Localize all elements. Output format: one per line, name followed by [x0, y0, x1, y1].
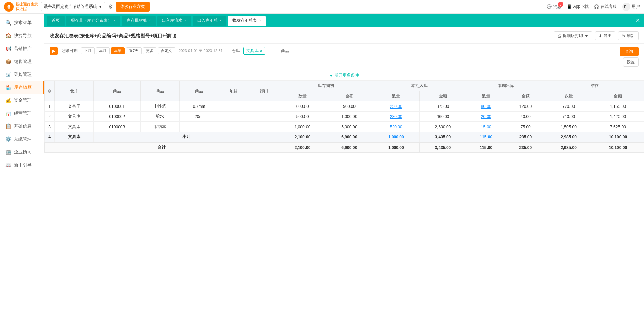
sidebar-item-marketing[interactable]: 📢 营销推广 — [0, 42, 44, 55]
product-more-button[interactable]: ... — [293, 49, 296, 53]
top-bar: 6 畅捷通好生意 标准版 装备及固定资产辅助管理系统 ▼ ⚙ 体验行业方案 💬 … — [0, 0, 644, 14]
total-in-amount: 3,435.00 — [419, 142, 466, 153]
row1-closing-amount: 1,155.00 — [592, 101, 644, 112]
row2-product-spec: 20ml — [179, 112, 219, 122]
tab-receipt-summary[interactable]: 收发存汇总表 × — [228, 16, 266, 26]
sidebar-item-search[interactable]: 🔍 搜索菜单 — [0, 16, 44, 29]
tab-inout-summary[interactable]: 出入库汇总 × — [193, 16, 227, 26]
date-btn-last-month[interactable]: 上月 — [81, 47, 95, 54]
sidebar-item-enterprise[interactable]: 🏢 企业协同 — [0, 146, 44, 159]
sidebar-item-purchase[interactable]: 🛒 采购管理 — [0, 68, 44, 81]
row3-out-qty[interactable]: 15.00 — [466, 122, 506, 132]
subtotal-label: 小计 — [94, 132, 279, 143]
sidebar-item-finance[interactable]: 💰 资金管理 — [0, 94, 44, 107]
row2-out-qty[interactable]: 20.00 — [466, 112, 506, 122]
search-icon: 🔍 — [5, 20, 11, 26]
operation-icon: 📊 — [5, 111, 11, 116]
tab-close-inout-flow[interactable]: × — [184, 19, 186, 22]
tab-close-receipt-summary[interactable]: × — [259, 19, 261, 22]
row3-out-amount: 75.00 — [506, 122, 545, 132]
th-department: 部门 — [249, 81, 279, 101]
system-icon: ⚙️ — [5, 136, 11, 142]
filter-setting-button[interactable]: 设置 — [623, 57, 639, 67]
tab-stock-dist[interactable]: 现存量（库存分布表） × — [66, 16, 120, 26]
subtotal-warehouse: 文具库 — [55, 132, 94, 143]
tab-inout-flow[interactable]: 出入库流水 × — [157, 16, 191, 26]
row2-project — [219, 112, 249, 122]
app-download-button[interactable]: 📱 App下载 — [567, 4, 589, 10]
expand-icon: ▼ — [329, 73, 333, 78]
sidebar-item-label: 快捷导航 — [14, 33, 32, 39]
row2-no: 2 — [45, 112, 55, 122]
date-btn-7days[interactable]: 近7天 — [126, 47, 142, 54]
system-name: 装备及固定资产辅助管理系统 — [44, 4, 97, 10]
settings-icon[interactable]: ⚙ — [108, 3, 113, 10]
tab-close-batch[interactable]: × — [149, 19, 151, 22]
trial-button[interactable]: 体验行业方案 — [116, 2, 150, 12]
message-icon: 💬 — [547, 4, 552, 9]
row3-in-qty[interactable]: 520.00 — [373, 122, 419, 132]
dropdown-arrow-icon: ▼ — [98, 4, 102, 9]
subtotal-in-qty[interactable]: 1,000.00 — [373, 132, 419, 143]
date-btn-custom[interactable]: 自定义 — [158, 47, 175, 54]
system-dropdown[interactable]: 装备及固定资产辅助管理系统 ▼ — [41, 2, 105, 11]
subtotal-no: 4 — [45, 132, 55, 143]
row2-in-qty[interactable]: 230.00 — [373, 112, 419, 122]
online-service-button[interactable]: 🎧 在线客服 — [594, 4, 617, 10]
row2-opening-amount: 1,000.00 — [326, 112, 373, 122]
th-in-qty: 数量 — [373, 91, 419, 101]
sidebar-item-quick[interactable]: 🏠 快捷导航 — [0, 29, 44, 42]
tab-close-inout-summary[interactable]: × — [220, 19, 222, 22]
th-project: 项目 — [219, 81, 249, 101]
subtotal-out-qty[interactable]: 115.00 — [466, 132, 506, 143]
avatar: Ea — [622, 3, 630, 11]
filter-toggle-button[interactable]: ▶ — [50, 47, 58, 55]
tab-bar-close-button[interactable]: ✕ — [635, 17, 640, 24]
product-filter-label: 商品 — [281, 48, 289, 54]
sidebar-item-guide[interactable]: 📖 新手引导 — [0, 159, 44, 171]
th-settings: ⚙ — [45, 81, 55, 101]
table-row: 1 文具库 0100001 中性笔 0.7mm 600.00 900.00 25… — [45, 101, 644, 112]
row1-in-amount: 375.00 — [419, 101, 466, 112]
export-icon: ⬇ — [599, 34, 602, 38]
sidebar-item-operation[interactable]: 📊 经营管理 — [0, 107, 44, 120]
table-settings-icon[interactable]: ⚙ — [48, 89, 51, 94]
warehouse-more-button[interactable]: ... — [269, 49, 272, 53]
sidebar-item-system[interactable]: ⚙️ 系统管理 — [0, 133, 44, 146]
sidebar-item-basic[interactable]: 📋 基础信息 — [0, 120, 44, 133]
print-button[interactable]: 🖨 拆镶版打印 ▼ — [554, 31, 592, 40]
sidebar-item-sales[interactable]: 📦 销售管理 — [0, 55, 44, 68]
date-btn-this-year[interactable]: 本年 — [111, 47, 125, 54]
warehouse-tag-close[interactable]: × — [260, 49, 262, 53]
tab-home[interactable]: 首页 — [47, 16, 65, 26]
message-button[interactable]: 💬 消息 6 — [547, 4, 561, 10]
row3-department — [249, 122, 279, 132]
row1-in-qty[interactable]: 250.00 — [373, 101, 419, 112]
sidebar-item-label: 新手引导 — [14, 162, 32, 168]
row3-opening-qty: 1,000.00 — [279, 122, 326, 132]
row2-closing-qty: 710.00 — [545, 112, 592, 122]
expand-conditions-button[interactable]: ▼ 展开更多条件 — [329, 72, 359, 78]
date-btn-more[interactable]: 更多 — [143, 47, 156, 54]
top-bar-right: 💬 消息 6 📱 App下载 🎧 在线客服 Ea 用户 — [547, 3, 640, 11]
row1-product-code: 0100001 — [94, 101, 141, 112]
page-header: 收发存汇总表(按仓库+商品编码+商品+规格型号+项目+部门) 🖨 拆镶版打印 ▼… — [44, 27, 644, 44]
row3-in-amount: 2,600.00 — [419, 122, 466, 132]
tab-close-stock-dist[interactable]: × — [114, 19, 116, 22]
table-area: ⚙ 仓库 商品 商品 商品 项目 部门 库存期初 本期入库 本期出库 结存 — [44, 81, 644, 314]
row1-out-qty[interactable]: 80.00 — [466, 101, 506, 112]
user-menu[interactable]: Ea 用户 — [622, 3, 640, 11]
warehouse-filter-tag[interactable]: 文具库 × — [243, 47, 265, 55]
row3-closing-qty: 1,505.00 — [545, 122, 592, 132]
sidebar-item-inventory[interactable]: 🏪 库存核算 — [0, 81, 44, 94]
date-btn-this-month[interactable]: 本月 — [96, 47, 110, 54]
logo-text: 畅捷通好生意 标准版 — [16, 2, 38, 12]
export-button[interactable]: ⬇ 导出 — [595, 31, 615, 40]
subtotal-closing-qty: 2,985.00 — [545, 132, 592, 143]
basic-icon: 📋 — [5, 123, 11, 129]
total-opening-amount: 6,900.00 — [326, 142, 373, 153]
query-button[interactable]: 查询 — [620, 47, 639, 56]
th-closing-qty: 数量 — [545, 91, 592, 101]
tab-batch[interactable]: 库存批次账 × — [122, 16, 156, 26]
refresh-button[interactable]: ↻ 刷新 — [618, 31, 639, 40]
